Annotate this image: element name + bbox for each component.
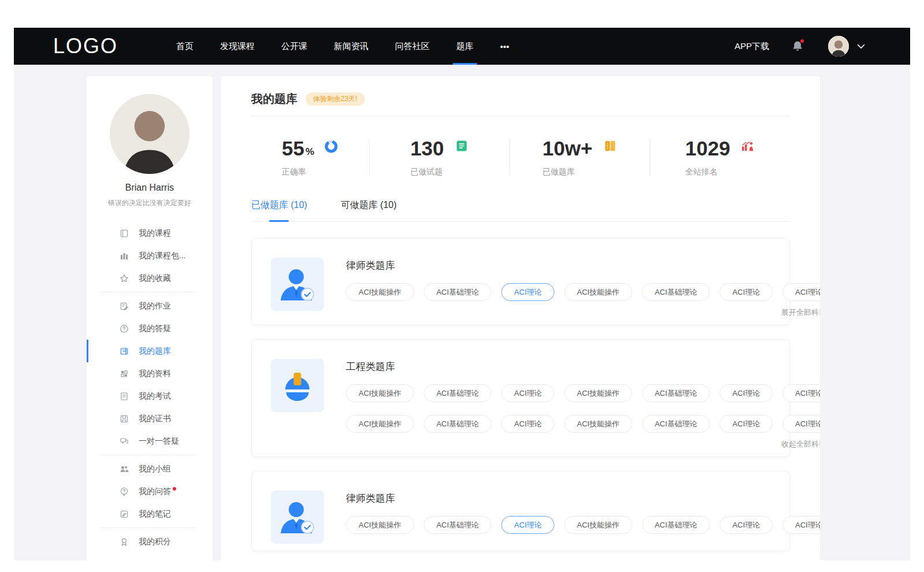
subject-tag[interactable]: ACI理论	[783, 415, 820, 433]
sidebar-item-my-points[interactable]: 我的积分	[87, 530, 213, 553]
sidebar-item-my-question-bank[interactable]: 我的题库	[87, 340, 213, 362]
book-icon	[603, 139, 617, 155]
expand-link-label: 展开全部科目	[781, 307, 820, 318]
sidebar-item-my-homework[interactable]: 我的作业	[87, 295, 213, 317]
sidebar-item-my-qa[interactable]: 我的问答	[87, 480, 213, 503]
notifications-button[interactable]	[791, 40, 804, 53]
header-divider	[251, 116, 790, 116]
subject-tag[interactable]: ACI技能操作	[346, 415, 414, 433]
question-bank-icon	[120, 346, 129, 356]
stat-suffix: %	[305, 146, 314, 158]
subject-tag[interactable]: ACI技能操作	[564, 384, 632, 402]
note-icon	[120, 509, 129, 519]
collapse-subjects-link[interactable]: 收起全部科目	[781, 439, 820, 450]
nav-item[interactable]: 问答社区	[382, 28, 443, 65]
sidebar-item-label: 一对一答疑	[139, 436, 179, 447]
subject-tag[interactable]: ACI基础理论	[424, 283, 492, 301]
sidebar-item-my-favorites[interactable]: 我的收藏	[87, 267, 213, 289]
logo[interactable]: LOGO	[53, 28, 118, 65]
sidebar-divider	[100, 455, 195, 455]
subject-tag[interactable]: ACI技能操作	[346, 384, 414, 402]
subject-tag[interactable]: ACI理论	[720, 415, 773, 433]
subject-tag[interactable]: ACI理论	[720, 384, 773, 402]
stats-row: 55 % 正确率 130	[251, 137, 790, 177]
subject-tags: ACI技能操作ACI基础理论ACI理论ACI技能操作ACI基础理论ACI理论AC…	[346, 283, 820, 301]
stat-accuracy: 55 % 正确率	[251, 137, 369, 177]
subject-tag[interactable]: ACI理论	[720, 283, 773, 301]
sidebar-item-one-on-one[interactable]: 一对一答疑	[87, 430, 213, 452]
sidebar-item-label: 我的答疑	[139, 324, 171, 334]
sidebar-divider	[100, 292, 195, 292]
chevron-down-icon[interactable]	[857, 41, 865, 51]
sidebar-item-my-notes[interactable]: 我的笔记	[87, 503, 213, 525]
star-icon	[120, 273, 129, 283]
workspace: Brian Harris 错误的决定比没有决定要好 我的课程 我的课程包...	[14, 65, 910, 560]
subject-tag[interactable]: ACI理论	[501, 415, 554, 433]
expand-subjects-link[interactable]: 展开全部科目	[781, 307, 820, 318]
subject-tag[interactable]: ACI理论	[783, 283, 820, 301]
nav-item[interactable]: 发现课程	[207, 28, 268, 65]
subject-tag[interactable]: ACI基础理论	[424, 516, 492, 534]
subject-tag[interactable]: ACI技能操作	[346, 516, 414, 534]
stat-questions-done: 130 已做试题	[369, 137, 509, 177]
subject-tag[interactable]: ACI技能操作	[564, 283, 632, 301]
nav-right: APP下载	[735, 36, 910, 57]
app-download-link[interactable]: APP下载	[735, 41, 769, 52]
trial-badge: 体验剩余23天!	[305, 92, 365, 106]
question-bank-card[interactable]: 律师类题库 ACI技能操作ACI基础理论ACI理论ACI技能操作ACI基础理论A…	[251, 238, 790, 325]
tab-available-banks[interactable]: 可做题库 (10)	[341, 199, 397, 221]
nav-item[interactable]: 首页	[163, 28, 207, 65]
subject-tag[interactable]: ACI基础理论	[642, 283, 710, 301]
subject-tag[interactable]: ACI技能操作	[346, 283, 414, 301]
profile-avatar	[110, 94, 189, 174]
nav-item[interactable]: •••	[487, 28, 523, 65]
sidebar-item-label: 我的课程包...	[139, 251, 186, 261]
main-panel: 我的题库 体验剩余23天! 55 %	[221, 76, 820, 560]
subject-tag[interactable]: ACI基础理论	[424, 384, 492, 402]
question-bank-card[interactable]: 工程类题库 ACI技能操作ACI基础理论ACI理论ACI技能操作ACI基础理论A…	[251, 339, 790, 457]
unread-badge-dot	[173, 487, 176, 491]
bell-icon	[791, 44, 804, 54]
nav-item[interactable]: 题库	[443, 28, 487, 65]
stat-label: 正确率	[282, 167, 306, 177]
sidebar-item-my-answers[interactable]: 我的答疑	[87, 317, 213, 340]
medal-icon	[120, 537, 129, 547]
ranking-icon	[741, 139, 754, 155]
donut-chart-icon	[324, 139, 338, 156]
card-title: 律师类题库	[346, 492, 820, 505]
people-icon	[120, 464, 129, 474]
nav-item[interactable]: 公开课	[268, 28, 321, 65]
sidebar-item-my-courses[interactable]: 我的课程	[87, 222, 213, 244]
stat-value: 1029	[685, 137, 731, 160]
subject-tag[interactable]: ACI理论	[501, 384, 554, 402]
subject-tag[interactable]: ACI基础理论	[642, 415, 710, 433]
hard-hat-icon	[271, 359, 324, 412]
sidebar-item-my-groups[interactable]: 我的小组	[87, 458, 213, 480]
sidebar-item-my-course-packages[interactable]: 我的课程包...	[87, 244, 213, 267]
notification-badge-dot	[800, 39, 804, 43]
subject-tag[interactable]: ACI基础理论	[424, 415, 492, 433]
stat-value: 130	[410, 137, 444, 160]
page-title: 我的题库	[251, 91, 297, 107]
user-avatar[interactable]	[828, 36, 849, 57]
document-icon	[455, 139, 468, 155]
subject-tag[interactable]: ACI理论	[720, 516, 773, 534]
tab-done-banks[interactable]: 已做题库 (10)	[251, 199, 307, 221]
subject-tag[interactable]: ACI理论	[501, 516, 554, 534]
bank-card-list: 律师类题库 ACI技能操作ACI基础理论ACI理论ACI技能操作ACI基础理论A…	[251, 238, 790, 551]
subject-tag[interactable]: ACI技能操作	[564, 415, 632, 433]
subject-tags: ACI技能操作ACI基础理论ACI理论ACI技能操作ACI基础理论ACI理论AC…	[346, 516, 820, 534]
profile-name: Brian Harris	[87, 183, 213, 193]
subject-tag[interactable]: ACI理论	[501, 283, 554, 301]
sidebar-item-my-exams[interactable]: 我的考试	[87, 385, 213, 407]
sidebar-item-my-certificates[interactable]: 我的证书	[87, 407, 213, 430]
subject-tag[interactable]: ACI基础理论	[642, 384, 710, 402]
subject-tag[interactable]: ACI理论	[783, 516, 820, 534]
sidebar-item-my-materials[interactable]: 我的资料	[87, 362, 213, 385]
subject-tag[interactable]: ACI技能操作	[564, 516, 632, 534]
sidebar-item-label: 我的小组	[139, 464, 171, 474]
subject-tag[interactable]: ACI理论	[783, 384, 820, 402]
subject-tag[interactable]: ACI基础理论	[642, 516, 710, 534]
question-bank-card[interactable]: 律师类题库 ACI技能操作ACI基础理论ACI理论ACI技能操作ACI基础理论A…	[251, 471, 790, 551]
nav-item[interactable]: 新闻资讯	[321, 28, 382, 65]
